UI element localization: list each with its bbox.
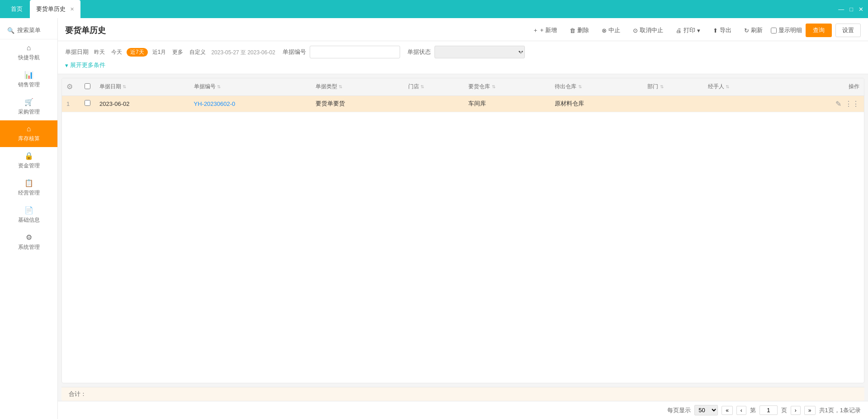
col-handler-sort-icon[interactable]: ⇅	[726, 84, 729, 89]
maximize-icon[interactable]: □	[849, 6, 853, 13]
sidebar-item-inventory[interactable]: ⌂ 库存核算	[0, 120, 57, 147]
last-page-button[interactable]: »	[804, 406, 816, 415]
sidebar-item-purchase[interactable]: 🛒 采购管理	[0, 93, 57, 120]
col-department-label: 部门	[647, 83, 658, 90]
more-icon[interactable]: ⋮⋮	[845, 100, 859, 108]
close-icon[interactable]: ✕	[859, 6, 863, 13]
minimize-icon[interactable]: —	[838, 6, 844, 13]
shortcut-today[interactable]: 今天	[109, 48, 124, 57]
export-button[interactable]: ⬆ 导出	[708, 24, 736, 37]
tab-requisition-history[interactable]: 要货单历史 ✕	[30, 0, 80, 18]
row-store	[404, 95, 464, 112]
show-detail-input[interactable]	[771, 28, 777, 33]
col-billtype-sort-icon[interactable]: ⇅	[339, 84, 342, 89]
col-check-all	[80, 78, 95, 95]
col-pendingwarehouse-header: 待出仓库 ⇅	[550, 78, 643, 95]
refresh-button[interactable]: ↻ 刷新	[740, 24, 767, 37]
bill-number-link[interactable]: YH-20230602-0	[194, 100, 236, 107]
page-header: 要货单历史 ＋ + 新增 🗑 删除 ⊗ 中止 ⊙ 取消中止	[58, 18, 868, 41]
col-date-header: 单据日期 ⇅	[95, 78, 189, 95]
sidebar-item-basic-label: 基础信息	[18, 216, 40, 224]
bill-number-input[interactable]	[310, 46, 400, 58]
sidebar-item-home-label: 快捷导航	[18, 54, 40, 62]
stop-icon: ⊗	[602, 27, 607, 34]
col-date-label: 单据日期	[99, 83, 121, 90]
column-settings-icon[interactable]: ⚙	[66, 83, 73, 90]
sidebar-item-finance-label: 资金管理	[18, 162, 40, 170]
shortcut-more[interactable]: 更多	[170, 48, 185, 57]
row-operation: ✎ ⋮⋮	[777, 95, 864, 112]
refresh-icon: ↻	[744, 27, 749, 34]
row-check-input[interactable]	[85, 100, 90, 106]
col-store-sort-icon[interactable]: ⇅	[420, 84, 424, 89]
sidebar-item-home[interactable]: ⌂ 快捷导航	[0, 39, 57, 66]
col-department-header: 部门 ⇅	[643, 78, 703, 95]
col-pendingwarehouse-sort-icon[interactable]: ⇅	[578, 84, 582, 89]
col-reqwarehouse-sort-icon[interactable]: ⇅	[492, 84, 495, 89]
edit-icon[interactable]: ✎	[835, 100, 841, 108]
col-store-header: 门店 ⇅	[404, 78, 464, 95]
delete-icon: 🗑	[570, 27, 576, 34]
cancel-stop-button[interactable]: ⊙ 取消中止	[628, 24, 668, 37]
action-icons: ✎ ⋮⋮	[781, 100, 859, 108]
sidebar-item-operation[interactable]: 📋 经营管理	[0, 174, 57, 201]
col-billtype-label: 单据类型	[316, 83, 337, 90]
sidebar-item-sales[interactable]: 📊 销售管理	[0, 66, 57, 93]
tab-home[interactable]: 首页	[5, 0, 29, 18]
page-title: 要货单历史	[65, 25, 106, 36]
content-area: 要货单历史 ＋ + 新增 🗑 删除 ⊗ 中止 ⊙ 取消中止	[58, 18, 868, 419]
purchase-icon: 🛒	[24, 98, 33, 106]
sidebar-item-finance[interactable]: 🔒 资金管理	[0, 147, 57, 174]
col-billno-label: 单据编号	[194, 83, 216, 90]
row-billno: YH-20230602-0	[189, 95, 311, 112]
tab-home-label: 首页	[11, 5, 23, 13]
export-label: 导出	[720, 26, 731, 34]
print-icon: 🖨	[676, 27, 682, 34]
col-operation-header: 操作	[777, 78, 864, 95]
next-page-button[interactable]: ›	[791, 406, 801, 415]
col-billno-header: 单据编号 ⇅	[189, 78, 311, 95]
refresh-label: 刷新	[751, 26, 763, 34]
col-billno-sort-icon[interactable]: ⇅	[217, 84, 221, 89]
expand-more[interactable]: ▾ 展开更多条件	[65, 61, 861, 69]
table-container: ⚙ 单据日期 ⇅ 单据编号 ⇅	[61, 78, 864, 383]
finance-icon: 🔒	[24, 152, 33, 160]
shortcut-custom[interactable]: 自定义	[188, 48, 208, 57]
page-unit: 页	[781, 406, 787, 414]
settings-button[interactable]: 设置	[835, 24, 861, 37]
sales-icon: 📊	[24, 71, 33, 79]
prev-page-button[interactable]: ‹	[736, 406, 746, 415]
window-controls: — □ ✕	[838, 6, 863, 13]
shortcut-1month[interactable]: 近1月	[151, 48, 168, 57]
stop-button[interactable]: ⊗ 中止	[597, 24, 625, 37]
col-department-sort-icon[interactable]: ⇅	[660, 84, 664, 89]
row-num: 1	[62, 95, 80, 112]
table-header: ⚙ 单据日期 ⇅ 单据编号 ⇅	[62, 78, 864, 95]
shortcut-yesterday[interactable]: 昨天	[92, 48, 107, 57]
search-icon: 🔍	[7, 27, 14, 34]
query-button[interactable]: 查询	[806, 24, 832, 37]
col-date-sort-icon[interactable]: ⇅	[123, 84, 126, 89]
search-menu[interactable]: 🔍 搜索菜单	[0, 22, 57, 39]
sidebar: 🔍 搜索菜单 ⌂ 快捷导航 📊 销售管理 🛒 采购管理 ⌂ 库存核算 🔒 资金管…	[0, 18, 58, 419]
first-page-button[interactable]: «	[722, 406, 733, 415]
page-input[interactable]	[760, 405, 778, 415]
home-icon: ⌂	[27, 44, 31, 52]
col-reqwarehouse-label: 要货仓库	[468, 83, 490, 90]
filter-row: 单据日期 昨天 今天 近7天 近1月 更多 自定义 2023-05-27 至 2…	[65, 46, 861, 58]
sidebar-item-basic[interactable]: 📄 基础信息	[0, 201, 57, 229]
tab-close-icon[interactable]: ✕	[70, 6, 74, 12]
per-page-select[interactable]: 50 100 200	[694, 405, 718, 415]
expand-more-label: 展开更多条件	[70, 61, 105, 69]
shortcut-7days[interactable]: 近7天	[127, 48, 148, 57]
delete-button[interactable]: 🗑 删除	[565, 24, 594, 37]
show-detail-checkbox[interactable]: 显示明细	[771, 26, 802, 34]
col-settings: ⚙	[62, 78, 80, 95]
page-label: 第	[750, 406, 756, 414]
print-button[interactable]: 🖨 打印 ▾	[671, 24, 705, 37]
sidebar-item-sales-label: 销售管理	[18, 81, 40, 89]
new-button[interactable]: ＋ + 新增	[528, 24, 561, 37]
status-select[interactable]	[434, 46, 525, 58]
check-all-input[interactable]	[85, 83, 90, 89]
sidebar-item-system[interactable]: ⚙ 系统管理	[0, 229, 57, 256]
